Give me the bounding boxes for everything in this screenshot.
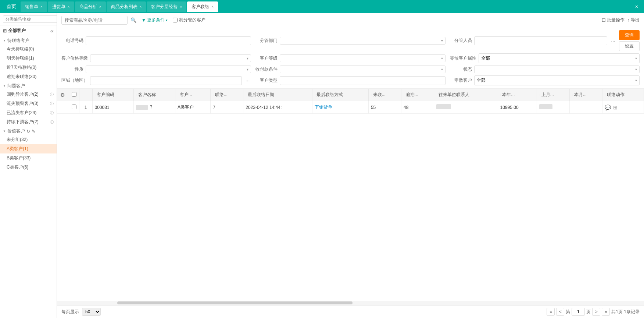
retail-attr-chevron-icon: ▾: [635, 56, 637, 60]
nav-home[interactable]: 首页: [3, 3, 20, 10]
sidebar-group-problem-label: 问题客户: [7, 83, 25, 89]
sidebar-all-customers[interactable]: ⊞ 全部客户 ‹‹: [0, 25, 57, 36]
nature-select[interactable]: ▾: [86, 66, 251, 73]
retail-attr-select[interactable]: 全部 ▾: [479, 53, 640, 63]
per-page-select[interactable]: 50 100 200: [82, 308, 101, 316]
filter-search-icon[interactable]: 🔍: [130, 17, 136, 23]
phone-input[interactable]: [86, 36, 251, 45]
close-all-tabs-button[interactable]: ×: [632, 4, 641, 10]
sidebar-item-today-pending[interactable]: 今天待联络(0): [0, 45, 57, 54]
batch-operation-button[interactable]: ☐ 批量操作: [602, 17, 625, 23]
payment-select[interactable]: ▾: [280, 66, 445, 73]
page-number-input[interactable]: [572, 308, 585, 316]
chat-action-icon[interactable]: 💬: [605, 105, 611, 110]
row-last-date-cell: 2023-04-12 14:44:: [243, 101, 312, 114]
first-page-button[interactable]: «: [547, 308, 555, 316]
retail-customer-select[interactable]: 全部 ▾: [474, 75, 640, 85]
export-button[interactable]: ↑ 导出: [627, 17, 640, 23]
sidebar-item-declining[interactable]: 持续下滑客户(2) ⓘ: [0, 117, 57, 127]
sidebar-item-churn-warning-label: 流失预警客户(3): [7, 100, 39, 107]
department-select[interactable]: ▾: [280, 37, 445, 45]
row-last-method-link[interactable]: 下销货单: [315, 105, 332, 110]
sidebar-item-churned[interactable]: 已流失客户(24) ⓘ: [0, 108, 57, 117]
query-button[interactable]: 查询: [619, 30, 640, 40]
last-month-placeholder: [539, 104, 552, 109]
advanced-filter: 电话号码 分管部门 ▾ 分管人员 ··· 查询 设置: [57, 27, 644, 89]
customer-level-select[interactable]: ▾: [280, 54, 445, 62]
page-total-label: 页: [586, 309, 591, 315]
prev-page-button[interactable]: <: [556, 308, 564, 316]
nav-tab-analysis-list[interactable]: 商品分析列表 ×: [107, 1, 146, 12]
more-conditions-button[interactable]: ▼ 更多条件 ▾: [139, 15, 170, 25]
my-customers-checkbox[interactable]: [173, 18, 178, 22]
col-header-last-date: :最后联络日期: [243, 89, 312, 101]
region-more-icon[interactable]: ···: [244, 78, 251, 84]
sidebar-item-churn-warning[interactable]: 流失预警客户(3) ⓘ: [0, 99, 57, 108]
col-header-action: :联络动作: [602, 89, 644, 101]
last-page-button[interactable]: »: [602, 308, 610, 316]
refresh-icon[interactable]: ↻: [26, 129, 30, 134]
link-action-icon[interactable]: ⊞: [613, 105, 618, 110]
chevron-down-icon: ▾: [166, 18, 168, 22]
nav-tab-customer-contact-close[interactable]: ×: [211, 5, 214, 9]
sidebar-item-abnormal-repurchase[interactable]: 回购异常客户(2) ⓘ: [0, 90, 57, 99]
select-all-checkbox[interactable]: [72, 92, 76, 97]
col-header-contact: :联络...: [211, 89, 243, 101]
table-footer: 每页显示 50 100 200 « < 第 页 > » 共1页 1条记录: [57, 305, 644, 318]
price-level-chevron-icon: ▾: [247, 56, 248, 60]
sidebar-item-unclassified[interactable]: 未分组(32): [0, 135, 57, 144]
horizontal-scrollbar[interactable]: [57, 301, 644, 305]
sidebar-item-type-b[interactable]: B类客户(33): [0, 153, 57, 163]
retail-attr-label: 零散客户属性: [450, 55, 476, 61]
filter-search-input[interactable]: [61, 16, 128, 25]
col-header-contact-person: :往来单位联系人: [434, 89, 498, 101]
sidebar-group-problem[interactable]: ▼ 问题客户: [0, 81, 57, 90]
sidebar-collapse-button[interactable]: ‹‹: [50, 28, 54, 34]
nav-tab-sales[interactable]: 销售单 ×: [21, 1, 47, 12]
nature-label: 性质: [61, 66, 83, 73]
customer-level-label: 客户等级: [255, 55, 278, 61]
nav-tab-analysis-list-close[interactable]: ×: [140, 5, 142, 9]
sidebar-item-overdue-pending[interactable]: 逾期未联络(30): [0, 72, 57, 81]
nav-tab-analysis[interactable]: 商品分析 ×: [75, 1, 106, 12]
sidebar-group-pending[interactable]: ▼ 待联络客户: [0, 36, 57, 45]
col-header-not-contacted: :未联...: [368, 89, 401, 101]
edit-icon[interactable]: ✎: [32, 129, 35, 134]
nav-tab-purchase[interactable]: 进货单 ×: [48, 1, 74, 12]
nav-tab-purchase-close[interactable]: ×: [68, 5, 70, 9]
nav-tab-analysis-close[interactable]: ×: [99, 5, 101, 9]
payment-chevron-icon: ▾: [441, 67, 443, 71]
sidebar-item-type-c-label: C类客户(6): [7, 164, 28, 170]
sidebar-item-tomorrow-pending[interactable]: 明天待联络(1): [0, 54, 57, 63]
sidebar-item-type-c[interactable]: C类客户(6): [0, 163, 57, 172]
sidebar-item-abnormal-label: 回购异常客户(2): [7, 91, 39, 98]
scroll-thumb[interactable]: [117, 301, 353, 304]
gear-settings-icon[interactable]: ⚙: [60, 92, 65, 98]
customer-type-input[interactable]: [280, 76, 445, 85]
row-checkbox[interactable]: [72, 105, 76, 109]
sidebar-search-input[interactable]: [3, 15, 57, 23]
nav-tab-customer-mgmt-close[interactable]: ×: [180, 5, 182, 9]
col-header-this-year: :本年...: [498, 89, 537, 101]
col-header-last-method: :最后联络方式: [312, 89, 368, 101]
price-level-select[interactable]: ▾: [90, 54, 251, 62]
nav-tab-customer-contact[interactable]: 客户联络 ×: [187, 1, 218, 12]
manager-more-icon[interactable]: ···: [609, 38, 617, 44]
table-row: 1 000031 ? A类客户 7 2023-04-12 14:44: 下销货单…: [57, 101, 644, 114]
nav-tab-customer-mgmt[interactable]: 客户分层经营 ×: [147, 1, 186, 12]
next-page-button[interactable]: >: [592, 308, 600, 316]
sidebar: 🔍 ⊞ 全部客户 ‹‹ ▼ 待联络客户 今天待联络(0) 明天待联络(1) 近7…: [0, 13, 57, 318]
retail-attr-value: 全部: [481, 55, 490, 61]
region-input[interactable]: [90, 76, 242, 85]
sidebar-group-value[interactable]: ▼ 价值客户 ↻ ✎: [0, 127, 57, 135]
sidebar-item-7days-pending[interactable]: 近7天待联络(0): [0, 63, 57, 72]
filter-row-customer-level: 客户等级 ▾: [255, 53, 445, 63]
sidebar-item-type-a[interactable]: A类客户(1): [0, 144, 57, 153]
nav-tab-sales-close[interactable]: ×: [40, 5, 43, 9]
phone-label: 电话号码: [61, 38, 83, 44]
manager-input[interactable]: [474, 36, 608, 45]
col-header-overdue: :逾期...: [401, 89, 434, 101]
status-select[interactable]: ▾: [474, 66, 640, 73]
settings-button[interactable]: 设置: [619, 41, 640, 51]
col-header-name: :客户名称: [134, 89, 175, 101]
